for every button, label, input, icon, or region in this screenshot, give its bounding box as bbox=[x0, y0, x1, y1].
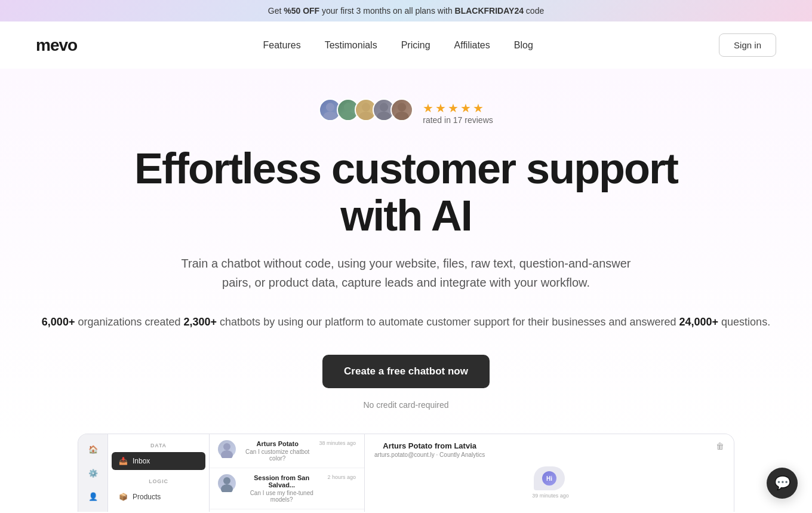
menu-section-logic: LOGIC bbox=[108, 476, 209, 487]
announcement-bar: Get %50 OFF your first 3 months on all p… bbox=[0, 0, 812, 21]
svg-point-4 bbox=[362, 103, 370, 111]
stat-chatbots-label: chatbots by using our platform to automa… bbox=[217, 316, 679, 328]
bubble-time: 39 minutes ago bbox=[374, 493, 724, 499]
chat-info: Arturs Potato Can I customize chatbot co… bbox=[242, 440, 313, 462]
stat-chatbots-count: 2,300+ bbox=[184, 316, 217, 328]
announcement-suffix: your first 3 months on all plans with bbox=[319, 6, 454, 16]
announcement-code-suffix: code bbox=[524, 6, 544, 16]
announcement-code: BLACKFRIDAY24 bbox=[455, 6, 524, 16]
nav-affiliates[interactable]: Affiliates bbox=[454, 40, 490, 51]
svg-point-2 bbox=[344, 103, 352, 111]
star-2: ★ bbox=[435, 101, 446, 115]
chat-preview: Can I use my fine-tuned models? bbox=[242, 490, 321, 503]
chat-detail-header: Arturs Potato from Latvia arturs.potato@… bbox=[374, 441, 724, 458]
nav-features[interactable]: Features bbox=[263, 40, 300, 51]
bubble-avatar: Hi bbox=[542, 471, 556, 486]
stat-questions-count: 24,000+ bbox=[679, 316, 719, 328]
chat-name: Arturs Potato bbox=[242, 440, 313, 447]
rating-text: rated in 17 reviews bbox=[423, 115, 493, 125]
chat-detail-email: arturs.potato@count.ly bbox=[374, 451, 435, 458]
nav-blog[interactable]: Blog bbox=[514, 40, 533, 51]
chat-avatar bbox=[218, 474, 236, 492]
nav-testimonials[interactable]: Testimonials bbox=[325, 40, 377, 51]
chat-list-item[interactable]: Session from San Salvad... Can I use my … bbox=[210, 468, 364, 509]
star-1: ★ bbox=[423, 101, 433, 115]
chat-detail-actions: 🗑 bbox=[716, 441, 724, 451]
app-preview: 🏠 ⚙️ 👤 DATA 📥 Inbox LOGIC 📦 Products bbox=[78, 434, 734, 512]
chat-list-item[interactable]: Arturs Potato Can I customize chatbot co… bbox=[210, 434, 364, 468]
chat-bubble-container: Hi 39 minutes ago bbox=[374, 466, 724, 499]
header: mevo Features Testimonials Pricing Affil… bbox=[0, 21, 812, 69]
hero-title: Effortless customer support with AI bbox=[24, 145, 788, 239]
hero-subtitle: Train a chatbot without code, using your… bbox=[179, 254, 633, 292]
menu-products-label: Products bbox=[133, 493, 161, 501]
star-4: ★ bbox=[460, 101, 471, 115]
preview-menu: DATA 📥 Inbox LOGIC 📦 Products bbox=[108, 434, 210, 512]
chat-time: 2 hours ago bbox=[327, 474, 356, 480]
svg-point-8 bbox=[398, 103, 406, 111]
cta-container: Create a free chatbot now No credit card… bbox=[24, 355, 788, 410]
star-3: ★ bbox=[448, 101, 459, 115]
menu-item-products[interactable]: 📦 Products bbox=[112, 488, 205, 506]
star-rating: ★ ★ ★ ★ ★ bbox=[423, 101, 484, 115]
sign-in-button[interactable]: Sign in bbox=[719, 33, 776, 57]
svg-point-5 bbox=[359, 112, 373, 121]
cta-button[interactable]: Create a free chatbot now bbox=[322, 355, 490, 388]
rating-info: ★ ★ ★ ★ ★ rated in 17 reviews bbox=[423, 101, 493, 125]
main-nav: Features Testimonials Pricing Affiliates… bbox=[263, 40, 533, 51]
menu-inbox-label: Inbox bbox=[133, 457, 150, 465]
svg-point-6 bbox=[380, 103, 388, 111]
menu-item-inbox[interactable]: 📥 Inbox bbox=[112, 452, 205, 470]
chat-widget-icon: 💬 bbox=[774, 475, 791, 491]
sidebar-settings-icon: ⚙️ bbox=[86, 468, 100, 479]
chat-name: Session from San Salvad... bbox=[242, 474, 321, 489]
svg-point-13 bbox=[221, 484, 233, 492]
inbox-icon: 📥 bbox=[119, 457, 128, 465]
avatar-group bbox=[319, 99, 413, 121]
chat-widget-button[interactable]: 💬 bbox=[767, 468, 798, 499]
chat-detail-name: Arturs Potato from Latvia bbox=[374, 441, 485, 450]
avatar bbox=[390, 99, 413, 121]
preview-chatlist: Arturs Potato Can I customize chatbot co… bbox=[210, 434, 365, 512]
stat-orgs-label: organizations created bbox=[75, 316, 183, 328]
stat-questions-label: questions. bbox=[718, 316, 770, 328]
stats-text: 6,000+ organizations created 2,300+ chat… bbox=[24, 314, 788, 331]
logo[interactable]: mevo bbox=[36, 36, 77, 55]
announcement-discount: %50 OFF bbox=[284, 6, 319, 16]
star-5: ★ bbox=[473, 101, 484, 115]
svg-point-10 bbox=[223, 443, 230, 450]
chat-avatar bbox=[218, 440, 236, 458]
chat-detail-sub: arturs.potato@count.ly · Countly Analyti… bbox=[374, 451, 485, 458]
svg-point-1 bbox=[324, 112, 337, 121]
svg-point-7 bbox=[377, 112, 391, 121]
preview-inner: 🏠 ⚙️ 👤 DATA 📥 Inbox LOGIC 📦 Products bbox=[78, 434, 734, 512]
chat-info: Session from San Salvad... Can I use my … bbox=[242, 474, 321, 503]
svg-point-0 bbox=[326, 103, 334, 111]
chat-time: 38 minutes ago bbox=[319, 440, 356, 446]
svg-point-11 bbox=[221, 450, 233, 458]
preview-sidebar: 🏠 ⚙️ 👤 bbox=[78, 434, 108, 512]
hero-title-line2: with AI bbox=[340, 192, 471, 239]
sidebar-home-icon: 🏠 bbox=[86, 444, 100, 455]
chat-detail-company: Countly Analytics bbox=[439, 451, 485, 458]
menu-section-data: DATA bbox=[108, 440, 209, 451]
svg-point-12 bbox=[223, 477, 230, 484]
hero-title-line1: Effortless customer support bbox=[134, 145, 678, 192]
nav-pricing[interactable]: Pricing bbox=[401, 40, 430, 51]
chat-preview: Can I customize chatbot color? bbox=[242, 449, 313, 462]
preview-chat-detail: Arturs Potato from Latvia arturs.potato@… bbox=[365, 434, 734, 512]
sidebar-user-icon: 👤 bbox=[86, 491, 100, 502]
no-credit-text: No credit card-required bbox=[24, 400, 788, 410]
svg-point-3 bbox=[342, 112, 355, 121]
stat-orgs-count: 6,000+ bbox=[42, 316, 75, 328]
chat-detail-user-info: Arturs Potato from Latvia arturs.potato@… bbox=[374, 441, 485, 458]
chat-bubble: Hi bbox=[534, 466, 565, 490]
announcement-prefix: Get bbox=[268, 6, 284, 16]
hero-section: ★ ★ ★ ★ ★ rated in 17 reviews Effortless… bbox=[0, 69, 812, 513]
rating-section: ★ ★ ★ ★ ★ rated in 17 reviews bbox=[24, 99, 788, 127]
products-icon: 📦 bbox=[119, 493, 128, 501]
svg-point-9 bbox=[395, 112, 409, 121]
